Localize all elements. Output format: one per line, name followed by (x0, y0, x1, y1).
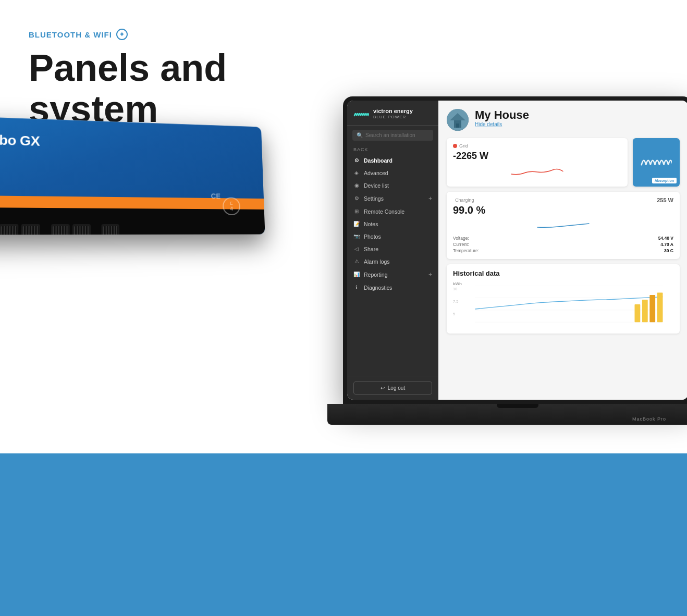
e4-label: E4 (223, 197, 240, 215)
current-value: 4.70 A (660, 242, 673, 247)
chart-y-10: 10 (453, 287, 457, 291)
chart-y-5: 5 (453, 312, 455, 316)
sidebar-item-label-share: Share (364, 246, 378, 252)
cerbo-connectors (0, 224, 119, 235)
svg-rect-11 (657, 293, 663, 323)
sidebar-item-diagnostics[interactable]: ℹ Diagnostics (347, 281, 438, 294)
brand-name-sidebar: victron energy (373, 108, 413, 115)
charging-percent: 99.0 % (453, 204, 673, 216)
house-header: My House Hide details (447, 109, 680, 131)
grid-chart (453, 164, 621, 179)
temp-label: Temperature: (453, 248, 479, 253)
svg-rect-9 (642, 300, 648, 322)
sidebar-item-label-alarmlogs: Alarm logs (364, 258, 390, 265)
advanced-icon: ◈ (353, 170, 360, 176)
photos-icon: 📷 (353, 233, 360, 239)
sidebar-header: victron energy BLUE POWER (347, 101, 438, 126)
diagnostics-icon: ℹ (353, 285, 360, 290)
grid-card-label: Grid (453, 143, 621, 149)
svg-rect-8 (635, 304, 641, 322)
sidebar-item-dashboard[interactable]: ⊙ Dashboard (347, 154, 438, 167)
wave-card: Absorption (633, 138, 680, 187)
notes-icon: 📝 (353, 221, 360, 227)
cards-row-grid: Grid -2265 W (447, 138, 680, 187)
voltage-row: Voltage: 54.40 V (453, 235, 673, 241)
chart-y-75: 7.5 (453, 299, 458, 304)
victron-text-area: victron energy BLUE POWER (373, 108, 413, 120)
chart-y-label: kWh (453, 281, 462, 286)
connector-pin-6 (102, 224, 120, 235)
charging-chart (453, 219, 673, 230)
victron-logo-svg (353, 108, 369, 119)
temp-value: 30 C (664, 248, 673, 253)
remoteconsole-icon: ⊞ (353, 208, 360, 214)
sidebar-item-label-remoteconsole: Remote Console (364, 208, 404, 215)
top-section: BLUETOOTH & WIFI ⌖ Panels and system mon… (0, 0, 687, 453)
charge-label: Charging (453, 198, 474, 203)
sidebar-item-alarmlogs[interactable]: ⚠ Alarm logs (347, 255, 438, 268)
current-row: Current: 4.70 A (453, 241, 673, 248)
sidebar-item-photos[interactable]: 📷 Photos (347, 230, 438, 243)
grid-value: -2265 W (453, 151, 621, 162)
voltage-label: Voltage: (453, 236, 469, 241)
wave-card-svg (641, 151, 672, 174)
connector-group-2 (51, 224, 91, 235)
sidebar-item-label-notes: Notes (364, 221, 378, 227)
search-bar[interactable]: 🔍 (352, 130, 433, 141)
sidebar-item-advanced[interactable]: ◈ Advanced (347, 167, 438, 179)
laptop-screen-inner: victron energy BLUE POWER 🔍 BACK ⊙ (347, 101, 687, 400)
sidebar-item-label-diagnostics: Diagnostics (364, 285, 392, 291)
charging-watts: 255 W (657, 197, 673, 203)
absorption-badge: Absorption (652, 178, 677, 183)
sidebar: victron energy BLUE POWER 🔍 BACK ⊙ (347, 101, 438, 400)
connector-pin-5 (72, 224, 91, 235)
sidebar-item-label-reporting: Reporting (364, 272, 388, 278)
share-icon: ◁ (353, 246, 360, 252)
specs-table: Voltage: 54.40 V Current: 4.70 A Tempera… (453, 235, 673, 254)
cerbo-device-label: Cerbo GX (0, 131, 40, 150)
sidebar-item-reporting[interactable]: 📊 Reporting + (347, 268, 438, 281)
back-label: BACK (347, 145, 438, 154)
bluetooth-icon: ⌖ (116, 29, 128, 40)
sidebar-nav: ⊙ Dashboard ◈ Advanced ◉ Device list ⚙ (347, 154, 438, 294)
search-icon: 🔍 (357, 132, 363, 138)
search-input[interactable] (365, 132, 429, 138)
sidebar-item-share[interactable]: ◁ Share (347, 243, 438, 255)
bottom-section: victron energy BLUE POWER (0, 453, 687, 616)
reporting-plus-icon[interactable]: + (428, 271, 432, 278)
connector-pin-3 (21, 224, 40, 235)
chart-container: kWh 10 7.5 5 (453, 281, 673, 328)
svg-rect-10 (649, 295, 655, 322)
victron-logo-area: victron energy BLUE POWER (353, 108, 432, 120)
sidebar-item-devicelist[interactable]: ◉ Device list (347, 179, 438, 192)
logout-button[interactable]: ↩ Log out (353, 381, 432, 395)
connector-group-1 (0, 224, 40, 235)
historical-chart-svg (464, 286, 673, 323)
hide-details-link[interactable]: Hide details (475, 121, 529, 127)
cerbo-body: Cerbo GX GX CE E4 (0, 116, 265, 235)
historical-title: Historical data (453, 269, 673, 277)
charging-label-text: Charging (455, 198, 474, 203)
sidebar-item-label-settings: Settings (364, 195, 384, 202)
charge-row: Charging 255 W 99.0 % Volt (447, 192, 680, 259)
sidebar-item-remoteconsole[interactable]: ⊞ Remote Console (347, 205, 438, 218)
house-name: My House (475, 109, 529, 121)
grid-label-text: Grid (459, 143, 468, 149)
sidebar-item-settings[interactable]: ⚙ Settings + (347, 192, 438, 205)
settings-plus-icon[interactable]: + (428, 195, 432, 202)
brand-sub-sidebar: BLUE POWER (373, 115, 413, 120)
historical-section: Historical data kWh 10 7.5 5 (447, 264, 680, 334)
alarmlogs-icon: ⚠ (353, 258, 360, 264)
ce-mark: CE (211, 192, 221, 200)
house-avatar (447, 109, 469, 131)
charging-card: Charging 255 W 99.0 % Volt (447, 192, 680, 259)
logout-area: ↩ Log out (347, 376, 438, 400)
devicelist-icon: ◉ (353, 182, 360, 188)
connector-pin-4 (51, 224, 70, 235)
settings-icon: ⚙ (353, 195, 360, 201)
laptop-screen-outer: victron energy BLUE POWER 🔍 BACK ⊙ (343, 96, 687, 404)
sidebar-item-notes[interactable]: 📝 Notes (347, 218, 438, 230)
voltage-value: 54.40 V (658, 236, 673, 241)
logout-label: Log out (388, 385, 405, 391)
sidebar-item-label-advanced: Advanced (364, 170, 388, 176)
